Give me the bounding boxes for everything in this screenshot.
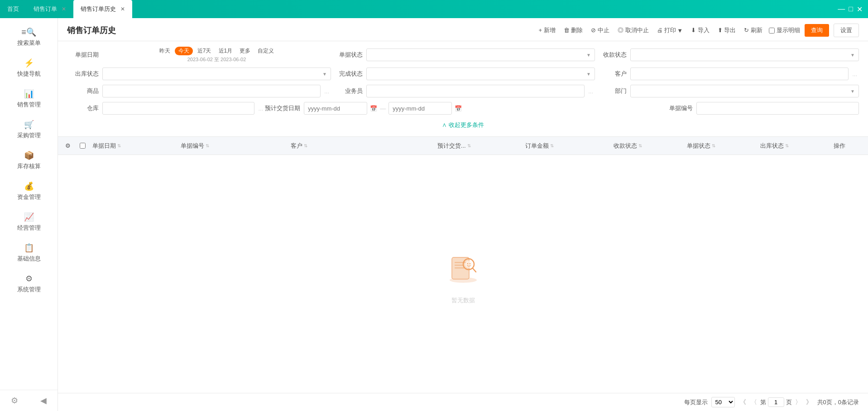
last-page-button[interactable]: 》 [805,398,814,406]
minimize-icon[interactable]: — [838,5,845,13]
filter-bill-no: 单据编号 [661,102,859,115]
warehouse-input[interactable] [102,102,254,115]
bill-no-input[interactable] [696,102,859,115]
goods-label: 商品 [67,87,99,95]
delete-button[interactable]: 🗑 删除 [562,25,585,35]
complete-status-control: ▼ [366,68,595,80]
tab-sales-order[interactable]: 销售订单 ✕ [26,0,73,18]
bill-status-control: ▼ [366,48,595,61]
maximize-icon[interactable]: □ [849,5,853,13]
table-col-customer[interactable]: 客户 ⇅ [291,142,437,150]
date-tab-today[interactable]: 今天 [175,47,193,55]
first-page-button[interactable]: 《 [739,398,748,406]
sidebar-item-basic-info[interactable]: 📋 基础信息 [0,237,58,268]
table-col-settings[interactable]: ⚙ [65,142,80,149]
expected-date-end[interactable] [388,102,452,115]
tab-sales-order-history-close[interactable]: ✕ [120,6,125,12]
date-tab-yesterday[interactable]: 昨天 [157,47,173,55]
col-date-sort-icon: ⇅ [117,143,121,148]
date-tab-more[interactable]: 更多 [237,47,253,55]
print-button[interactable]: 🖨 打印 ▼ [655,25,685,35]
table-area: ⚙ 单据日期 ⇅ 单据编号 ⇅ 客户 ⇅ 预计交货... [58,137,868,411]
salesperson-input[interactable] [366,85,585,97]
new-button[interactable]: + 新增 [537,25,557,35]
expected-date-start[interactable] [304,102,367,115]
col-delivery-label: 预计交货... [437,142,466,150]
sidebar-item-quick-nav[interactable]: ⚡ 快捷导航 [0,53,58,83]
bill-status-select[interactable]: ▼ [366,48,595,61]
table-col-outbound[interactable]: 出库状态 ⇅ [760,142,834,150]
close-window-icon[interactable]: ✕ [857,5,863,14]
cancel-stop-button[interactable]: ◎ 取消中止 [616,25,651,35]
calendar-start-icon[interactable]: 📅 [370,105,377,112]
table-col-payment[interactable]: 收款状态 ⇅ [614,142,687,150]
select-all-checkbox[interactable] [80,143,86,149]
table-col-amount[interactable]: 订单金额 ⇅ [525,142,614,150]
payment-status-arrow-icon: ▼ [850,53,855,58]
sidebar-item-purchase[interactable]: 🛒 采购管理 [0,114,58,145]
calendar-end-icon[interactable]: 📅 [455,105,462,112]
complete-status-select[interactable]: ▼ [366,68,595,80]
sidebar-item-search-menu[interactable]: ≡🔍 搜索菜单 [0,22,58,53]
page-size-label: 每页显示 [684,398,708,406]
refresh-button[interactable]: ↻ 刷新 [742,25,764,35]
complete-status-label: 完成状态 [331,70,363,78]
purchase-icon: 🛒 [24,120,34,130]
sidebar-item-operations[interactable]: 📈 经营管理 [0,207,58,237]
table-col-status[interactable]: 单据状态 ⇅ [687,142,760,150]
table-col-checkbox[interactable] [80,143,92,149]
display-detail-checkbox[interactable] [769,28,775,34]
date-tab-custom[interactable]: 自定义 [255,47,277,55]
setting-button[interactable]: 设置 [834,24,859,37]
date-tab-1month[interactable]: 近1月 [216,47,235,55]
table-col-date[interactable]: 单据日期 ⇅ [92,142,181,150]
sidebar-item-sales[interactable]: 📊 销售管理 [0,83,58,114]
bill-status-arrow-icon: ▼ [586,53,591,58]
query-button[interactable]: 查询 [805,24,829,37]
table-col-no[interactable]: 单据编号 ⇅ [181,142,291,150]
top-bar-actions: — □ ✕ [832,5,868,14]
main-layout: ≡🔍 搜索菜单 ⚡ 快捷导航 📊 销售管理 🛒 采购管理 📦 库存核算 💰 资金… [0,18,868,411]
payment-status-select[interactable]: ▼ [630,48,859,61]
payment-status-control: ▼ [630,48,859,61]
sidebar-item-finance[interactable]: 💰 资金管理 [0,176,58,207]
operations-icon: 📈 [24,212,34,222]
customer-input[interactable] [630,68,849,80]
outbound-status-select[interactable]: ▼ [102,68,331,80]
goods-more-icon[interactable]: ... [322,88,331,95]
tab-home[interactable]: 首页 [0,0,26,18]
filter-expected-date: 预计交货日期 📅 — 📅 [265,102,661,115]
table-col-delivery[interactable]: 预计交货... ⇅ [437,142,526,150]
col-payment-sort-icon: ⇅ [638,143,642,148]
sidebar-item-inventory[interactable]: 📦 库存核算 [0,145,58,176]
display-detail-toggle[interactable]: 显示明细 [769,26,800,34]
system-icon: ⚙ [25,274,33,284]
date-dash: — [380,105,386,112]
current-page-input[interactable] [768,397,784,407]
next-page-button[interactable]: 〉 [794,398,803,406]
export-button[interactable]: ⬆ 导出 [716,25,738,35]
import-button[interactable]: ⬇ 导入 [689,25,711,35]
tab-sales-order-close[interactable]: ✕ [62,6,66,12]
sidebar-item-finance-label: 资金管理 [17,193,41,201]
customer-more-icon[interactable]: ... [850,71,859,77]
date-tab-7days[interactable]: 近7天 [195,47,214,55]
goods-input[interactable] [102,85,321,97]
collapse-filters-row[interactable]: ∧ 收起更多条件 [67,119,859,131]
tab-sales-order-history[interactable]: 销售订单历史 ✕ [73,0,132,18]
salesperson-more-icon[interactable]: ... [586,88,595,95]
svg-point-8 [467,263,468,264]
prev-page-button[interactable]: 〈 [749,398,758,406]
date-range-display: 2023-06-02 至 2023-06-02 [187,56,246,63]
customer-control: ... [630,68,859,80]
sidebar-item-basic-info-label: 基础信息 [17,255,41,263]
warehouse-more-icon[interactable]: ... [256,105,265,112]
sidebar-item-system[interactable]: ⚙ 系统管理 [0,268,58,299]
stop-button[interactable]: ⊘ 中止 [589,25,611,35]
empty-state: 暂无数据 [58,155,868,393]
sidebar-collapse-icon[interactable]: ◀ [40,396,47,406]
sidebar-settings-icon[interactable]: ⚙ [11,396,18,406]
department-select[interactable]: ▼ [630,85,859,97]
page-size-select[interactable]: 50 10 20 100 [711,397,735,407]
filter-date: 单据日期 昨天 今天 近7天 近1月 更多 自定义 2023-06-02 至 2… [67,47,331,63]
